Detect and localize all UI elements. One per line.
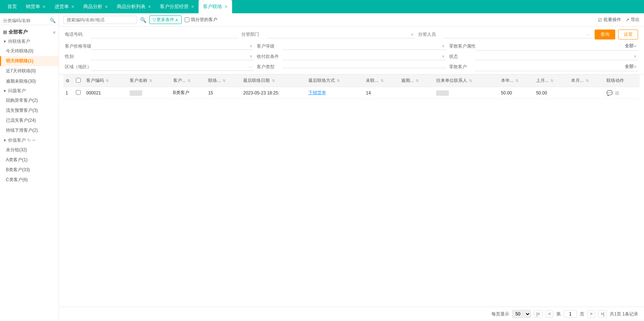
settings-button[interactable]: 设置 <box>618 30 638 39</box>
nav-purchase-order[interactable]: 进货单 ✕ <box>50 0 79 13</box>
chevron-down-icon: ∨ <box>411 32 414 37</box>
sidebar-item-7days-contact[interactable]: 近7天待联络(0) <box>0 66 59 76</box>
department-label: 分管部门 <box>241 31 267 38</box>
sidebar-item-overdue-contact[interactable]: 逾期未联络(30) <box>0 76 59 86</box>
th-this-year[interactable]: 本年... ⇅ <box>499 75 534 87</box>
grid-action-icon[interactable]: ⊞ <box>615 90 619 96</box>
more-conditions-button[interactable]: ▽ 更多条件 ∧ <box>149 15 182 24</box>
retail-customer-select[interactable]: 全部 ∨ <box>475 62 638 71</box>
sidebar-item-ungrouped[interactable]: 未分组(32) <box>0 145 59 155</box>
sidebar-item-churn-warning[interactable]: 流失预警客户(3) <box>0 106 59 115</box>
nav-close-icon[interactable]: ✕ <box>42 4 46 9</box>
customer-type-select[interactable] <box>283 66 446 68</box>
sidebar-item-declining[interactable]: 持续下滑客户(2) <box>0 125 59 135</box>
retail-attr-label: 零散客户属性 <box>449 43 476 49</box>
th-no-contact[interactable]: 未联... ⇅ <box>364 75 399 87</box>
nav-product-analysis-list[interactable]: 商品分析列表 ✕ <box>112 0 155 13</box>
sidebar-item-b-customers[interactable]: B类客户(33) <box>0 165 59 175</box>
next-page-button[interactable]: > <box>587 310 595 318</box>
nav-customer-tier[interactable]: 客户分层经营 ✕ <box>155 0 199 13</box>
th-this-month[interactable]: 本月... ⇅ <box>569 75 604 87</box>
nav-close-icon[interactable]: ✕ <box>105 4 108 9</box>
region-label: 区域（地区） <box>65 64 91 70</box>
td-checkbox[interactable] <box>74 87 84 99</box>
nav-product-analysis[interactable]: 商品分析 ✕ <box>79 0 112 13</box>
department-select[interactable]: ∨ <box>267 31 415 38</box>
gender-select[interactable]: ∨ <box>91 53 254 60</box>
refresh-icon[interactable]: ↻ <box>27 138 31 143</box>
prev-page-button[interactable]: < <box>546 310 553 318</box>
th-contact-count[interactable]: 联络... ⇅ <box>206 75 241 87</box>
right-actions: ☑ 批量操作 ↗ 导出 <box>598 17 640 23</box>
th-settings[interactable]: ⚙ <box>63 75 74 87</box>
problem-customers-group[interactable]: ▼ 问题客户 <box>0 86 59 96</box>
customer-level-select[interactable]: ∨ <box>283 42 446 50</box>
pending-contact-group[interactable]: ▼ 待联络客户 <box>0 37 59 46</box>
nav-close-icon[interactable]: ✕ <box>224 4 228 9</box>
th-contact-action[interactable]: 联络动作 <box>604 75 640 87</box>
select-all-checkbox[interactable] <box>76 78 81 83</box>
export-button[interactable]: ↗ 导出 <box>626 17 640 23</box>
status-select[interactable]: ∨ <box>475 53 638 60</box>
td-name: ████ <box>127 87 171 99</box>
sidebar-search-icon[interactable]: 🔍 <box>50 18 56 23</box>
td-last-contact-method[interactable]: 下销货单 <box>306 87 364 99</box>
region-field: 区域（地区） ··· <box>65 63 254 71</box>
th-customer-type[interactable]: 客户... ⇅ <box>171 75 206 87</box>
last-page-button[interactable]: >| <box>598 310 607 318</box>
sidebar-search-input[interactable] <box>3 18 50 23</box>
nav-home[interactable]: 首页 <box>3 0 21 13</box>
page-size-select[interactable]: 50 100 200 <box>512 310 531 318</box>
sidebar-item-a-customers[interactable]: A类客户(1) <box>0 155 59 165</box>
top-navigation: 首页 销货单 ✕ 进货单 ✕ 商品分析 ✕ 商品分析列表 ✕ 客户分层经营 ✕ … <box>0 0 644 13</box>
sidebar-item-c-customers[interactable]: C类客户(6) <box>0 175 59 185</box>
phone-input[interactable] <box>91 31 238 38</box>
manager-field: 分管人员 ··· <box>418 31 592 38</box>
th-checkbox[interactable] <box>74 75 84 87</box>
more-icon[interactable]: ··· <box>249 64 252 69</box>
nav-close-icon[interactable]: ✕ <box>148 4 151 9</box>
retail-attr-select[interactable]: 全部 ∨ <box>476 42 638 51</box>
payment-select[interactable]: ∨ <box>283 53 446 60</box>
search-button[interactable]: 🔍 <box>140 17 146 23</box>
sort-icon: ⇅ <box>188 79 190 83</box>
th-contact-person[interactable]: 往来单位联系人 ⇅ <box>434 75 499 87</box>
th-overdue[interactable]: 逾期... ⇅ <box>399 75 434 87</box>
region-select[interactable]: ··· <box>91 63 254 71</box>
nav-customer-contact[interactable]: 客户联络 ✕ <box>199 0 232 13</box>
sidebar-item-repurchase-abnormal[interactable]: 回购异常客户(2) <box>0 96 59 106</box>
batch-operation-button[interactable]: ☑ 批量操作 <box>598 17 621 23</box>
row-checkbox[interactable] <box>76 90 81 95</box>
first-page-button[interactable]: |< <box>534 310 543 318</box>
sidebar-item-tomorrow-contact[interactable]: 明天待联络(1) <box>0 56 59 66</box>
settings-icon[interactable]: ⚙ <box>66 78 70 83</box>
price-level-select[interactable]: ∨ <box>91 42 254 50</box>
query-button[interactable]: 查询 <box>595 30 615 39</box>
contact-method-link[interactable]: 下销货单 <box>308 90 326 95</box>
more-icon[interactable]: ··· <box>587 32 590 37</box>
nav-sales-order[interactable]: 销货单 ✕ <box>21 0 50 13</box>
retail-attr-field: 零散客户属性 全部 ∨ <box>449 42 638 51</box>
nav-close-icon[interactable]: ✕ <box>191 4 194 9</box>
search-input[interactable] <box>63 16 137 24</box>
th-last-contact-method[interactable]: 最后联络方式 ⇅ <box>306 75 364 87</box>
sidebar-item-today-contact[interactable]: 今天待联络(0) <box>0 46 59 56</box>
manager-select[interactable]: ··· <box>444 31 592 38</box>
edit-icon[interactable]: ✏ <box>32 138 36 143</box>
nav-close-icon[interactable]: ✕ <box>71 4 74 9</box>
sidebar-item-churned[interactable]: 已流失客户(24) <box>0 115 59 125</box>
th-customer-name[interactable]: 客户名称 ⇅ <box>127 75 171 87</box>
comment-icon[interactable]: 💬 <box>606 90 613 96</box>
arrow-down-icon: ▼ <box>3 138 7 142</box>
my-customers-checkbox[interactable]: 我分管的客户 <box>185 17 217 23</box>
total-label: 共1页 1条记录 <box>610 311 638 317</box>
value-customers-group[interactable]: ▼ 价值客户 ↻ ✏ <box>0 136 59 145</box>
action-icons-group: 💬 ⊞ <box>606 90 637 96</box>
all-customers-title[interactable]: ⊞ 全部客户 « <box>0 27 59 37</box>
customers-table: ⚙ 客户编码 ⇅ 客户名称 ⇅ <box>63 75 640 99</box>
th-last-contact-date[interactable]: 最后联络日期 ⇅ <box>241 75 306 87</box>
collapse-sidebar-icon[interactable]: « <box>53 29 56 35</box>
page-number-input[interactable] <box>564 310 577 318</box>
th-last-month[interactable]: 上月... ⇅ <box>534 75 569 87</box>
th-customer-code[interactable]: 客户编码 ⇅ <box>84 75 127 87</box>
